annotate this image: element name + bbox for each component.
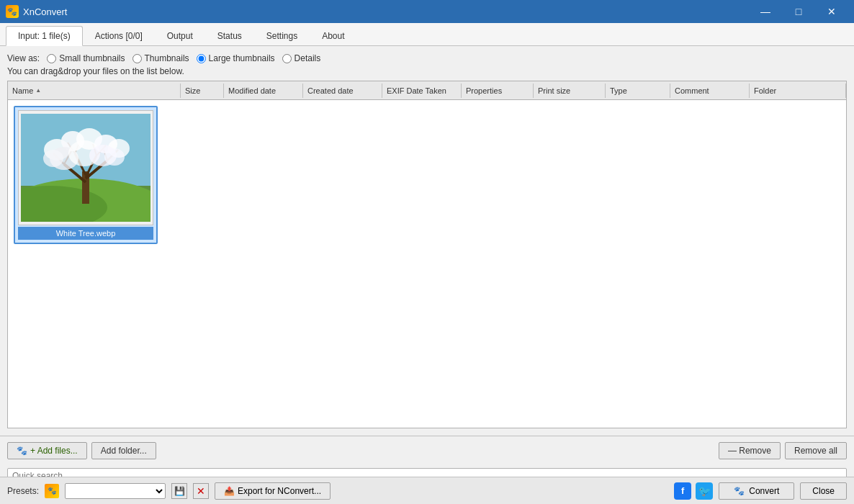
add-files-icon: 🐾 (17, 446, 27, 456)
file-list-header: Name ▲ Size Modified date Created date E… (8, 81, 846, 100)
col-header-exif[interactable]: EXIF Date Taken (382, 84, 462, 98)
view-small-thumbnails[interactable]: Small thumbnails (47, 53, 125, 63)
view-large-thumbnails[interactable]: Large thumbnails (197, 53, 275, 63)
drag-hint: You can drag&drop your files on the list… (7, 63, 847, 76)
col-header-size[interactable]: Size (181, 84, 224, 98)
title-bar: 🐾 XnConvert — □ ✕ (0, 0, 854, 23)
sort-arrow-name: ▲ (35, 87, 41, 94)
tab-output[interactable]: Output (155, 25, 205, 45)
close-footer-button[interactable]: Close (800, 482, 847, 500)
presets-select[interactable] (65, 483, 166, 499)
add-files-button[interactable]: 🐾 + Add files... (7, 442, 87, 459)
menu-bar: Input: 1 file(s) Actions [0/0] Output St… (0, 23, 854, 46)
title-controls: — □ ✕ (749, 0, 848, 23)
add-folder-button[interactable]: Add folder... (91, 442, 156, 459)
convert-icon: 🐾 (734, 486, 745, 496)
tab-status[interactable]: Status (205, 25, 254, 45)
tab-input[interactable]: Input: 1 file(s) (6, 26, 83, 46)
remove-all-button[interactable]: Remove all (785, 442, 847, 459)
svg-point-25 (43, 150, 63, 167)
col-header-properties[interactable]: Properties (462, 84, 534, 98)
preset-delete-button[interactable]: ✕ (193, 483, 209, 499)
title-bar-left: 🐾 XnConvert (6, 5, 67, 18)
view-thumbnails[interactable]: Thumbnails (132, 53, 189, 63)
export-button[interactable]: 📤 Export for NConvert... (215, 482, 331, 500)
tab-actions[interactable]: Actions [0/0] (83, 25, 155, 45)
app-title: XnConvert (23, 6, 67, 17)
export-icon: 📤 (224, 486, 235, 496)
presets-label: Presets: (7, 486, 39, 496)
tab-settings[interactable]: Settings (254, 25, 310, 45)
thumbnail-name: White Tree.webp (18, 227, 153, 240)
col-header-modified[interactable]: Modified date (224, 84, 303, 98)
maximize-button[interactable]: □ (782, 0, 815, 23)
tab-about[interactable]: About (310, 25, 356, 45)
view-small-label: Small thumbnails (59, 53, 125, 63)
file-list-body: White Tree.webp (8, 100, 846, 428)
thumbnail-image (21, 114, 150, 222)
view-options-row: View as: Small thumbnails Thumbnails Lar… (7, 53, 847, 76)
remove-button[interactable]: — Remove (719, 442, 781, 459)
col-header-name[interactable]: Name ▲ (8, 84, 181, 98)
view-options: View as: Small thumbnails Thumbnails Lar… (7, 53, 847, 63)
col-header-type[interactable]: Type (606, 84, 670, 98)
col-header-created[interactable]: Created date (303, 84, 382, 98)
social-icons: f 🐦 (674, 482, 713, 500)
list-item[interactable]: White Tree.webp (14, 106, 158, 244)
view-medium-label: Thumbnails (145, 53, 189, 63)
close-window-button[interactable]: ✕ (815, 0, 848, 23)
minimize-button[interactable]: — (749, 0, 782, 23)
view-details-label: Details (295, 53, 321, 63)
preset-save-button[interactable]: 💾 (171, 483, 187, 499)
twitter-icon[interactable]: 🐦 (696, 482, 713, 500)
facebook-icon[interactable]: f (674, 482, 691, 500)
file-buttons: 🐾 + Add files... Add folder... — Remove … (0, 436, 854, 465)
col-header-comment[interactable]: Comment (670, 84, 750, 98)
main-content: View as: Small thumbnails Thumbnails Lar… (0, 46, 854, 436)
save-preset-icon: 💾 (174, 486, 185, 496)
footer-bar: Presets: 🐾 💾 ✕ 📤 Export for NConvert... … (0, 477, 854, 504)
convert-button[interactable]: 🐾 Convert (719, 482, 794, 500)
view-as-label: View as: (7, 53, 40, 63)
view-large-label: Large thumbnails (209, 53, 275, 63)
view-details[interactable]: Details (282, 53, 321, 63)
presets-icon[interactable]: 🐾 (45, 484, 59, 498)
tree-svg (21, 114, 150, 222)
col-header-print[interactable]: Print size (534, 84, 606, 98)
col-header-folder[interactable]: Folder (750, 84, 846, 98)
file-list-container: Name ▲ Size Modified date Created date E… (7, 81, 847, 428)
svg-point-26 (104, 148, 125, 166)
thumbnail-wrapper (18, 110, 153, 225)
app-icon: 🐾 (6, 5, 19, 18)
delete-preset-icon: ✕ (197, 485, 205, 497)
